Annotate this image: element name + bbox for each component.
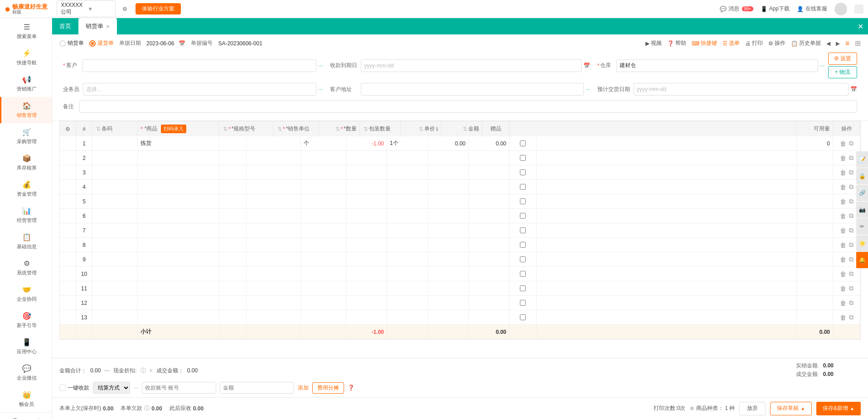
tab-close-icon[interactable]: × (106, 23, 110, 30)
warehouse-more-icon[interactable]: ··· (820, 63, 824, 69)
toolbar-video[interactable]: ▶ 视频 (645, 39, 662, 47)
delete-icon-8[interactable]: 🗑 (840, 241, 846, 249)
gift-checkbox-10[interactable] (520, 271, 526, 277)
copy-icon-6[interactable]: ⧉ (849, 212, 853, 220)
gift-checkbox-3[interactable] (520, 169, 526, 175)
gift-checkbox-5[interactable] (520, 198, 526, 204)
gift-checkbox-8[interactable] (520, 242, 526, 248)
td-row1-price[interactable]: 0.00 (428, 136, 469, 151)
toolbar-help[interactable]: ❓ 帮助 (667, 39, 686, 47)
online-service-button[interactable]: 👤 在线客服 (797, 5, 827, 13)
gift-checkbox-12[interactable] (520, 300, 526, 306)
delete-icon-9[interactable]: 🗑 (840, 256, 846, 263)
sidebar-item-inventory[interactable]: 📦 库存核算 (0, 149, 52, 176)
float-btn-lock[interactable]: 🔒 (856, 168, 868, 184)
sidebar-item-search[interactable]: ☰ 搜索菜单 (0, 18, 52, 44)
gift-checkbox-13[interactable] (520, 314, 526, 320)
view-list-icon[interactable]: ≡ (845, 39, 849, 48)
copy-icon-12[interactable]: ⧉ (849, 299, 853, 307)
view-grid-icon[interactable]: ⊞ (855, 39, 861, 48)
tab-sales-order[interactable]: 销货单 × (78, 18, 117, 34)
copy-icon-5[interactable]: ⧉ (849, 197, 853, 205)
setting-button[interactable]: ⚙ 设置 (828, 53, 857, 65)
copy-icon-7[interactable]: ⧉ (849, 226, 853, 234)
gift-checkbox-9[interactable] (520, 256, 526, 262)
td-row1-gift[interactable] (509, 136, 537, 151)
customer-input[interactable] (82, 59, 317, 72)
td-row1-spec[interactable] (247, 136, 301, 151)
sidebar-expand-icon[interactable]: ◁ (34, 416, 40, 419)
sidebar-item-quick[interactable]: ⚡ 快捷导航 (0, 44, 52, 71)
scan-button[interactable]: 扫码录入 (161, 125, 186, 133)
radio-sales[interactable]: 销货单 (59, 39, 84, 47)
save-new-button[interactable]: 保存&新增 ▲ (816, 402, 861, 415)
td-row1-amount[interactable]: 0.00 (469, 136, 509, 151)
copy-icon-8[interactable]: ⧉ (849, 241, 853, 249)
gift-checkbox-1[interactable] (520, 140, 526, 146)
nav-next-icon[interactable]: ▶ (836, 40, 840, 47)
copy-icon-1[interactable]: ⧉ (849, 140, 853, 147)
th-settings[interactable]: ⚙ (60, 121, 76, 137)
sidebar-item-member[interactable]: 👑 畅会员 (0, 386, 52, 412)
sidebar-item-marketing[interactable]: 📢 营销推广 (0, 71, 52, 97)
due-date-input[interactable]: yyyy-mm-dd (361, 59, 581, 72)
copy-icon-9[interactable]: ⧉ (849, 255, 853, 263)
debt-help-icon[interactable]: ⓘ (144, 405, 150, 412)
date-calendar-icon[interactable]: 📅 (179, 40, 185, 47)
td-row1-remark[interactable] (537, 136, 797, 151)
sidebar-item-finance[interactable]: 💰 资金管理 (0, 176, 52, 202)
radio-return[interactable]: 退货单 (89, 39, 114, 47)
calc-method-more-icon[interactable]: ··· (134, 385, 138, 391)
td-row1-qty[interactable]: -1.00 (346, 136, 387, 151)
abandon-button[interactable]: 放弃 (739, 402, 766, 415)
cash-discount-q-icon[interactable]: ⓘ (141, 367, 146, 375)
toolbar-print[interactable]: 🖨 打印 (745, 39, 763, 47)
copy-icon-10[interactable]: ⧉ (849, 270, 853, 278)
gift-checkbox-6[interactable] (520, 213, 526, 219)
copy-icon-3[interactable]: ⧉ (849, 169, 853, 176)
barcode-sort[interactable]: ⇅ (96, 126, 101, 132)
td-row1-unit[interactable]: 个 (301, 136, 346, 151)
save-draft-button[interactable]: 保存草稿 ▲ (770, 402, 812, 415)
fee-split-button[interactable]: 费用分摊 (312, 382, 344, 394)
warehouse-input[interactable]: 建材仓 (616, 59, 818, 72)
sidebar-item-purchase[interactable]: 🛒 采购管理 (0, 123, 52, 149)
company-selector[interactable]: XXXXXX公司 ▼ (57, 0, 116, 17)
delete-icon-13[interactable]: 🗑 (840, 314, 846, 321)
app-download-button[interactable]: 📱 App下载 (761, 5, 790, 13)
float-btn-star[interactable]: ⭐ (856, 235, 868, 251)
tab-home[interactable]: 首页 (52, 18, 78, 34)
add-button[interactable]: 添加 (298, 384, 309, 392)
delete-icon-7[interactable]: 🗑 (840, 227, 846, 234)
tab-bar-close-icon[interactable]: ✕ (858, 22, 868, 31)
sidebar-item-basic[interactable]: 📋 基础信息 (0, 228, 52, 255)
delete-icon-3[interactable]: 🗑 (840, 169, 846, 176)
gift-checkbox-11[interactable] (520, 285, 526, 291)
fee-help-icon[interactable]: ❓ (348, 385, 354, 391)
logistics-button[interactable]: + 物流 (828, 66, 857, 78)
toolbar-history[interactable]: 📋 历史单据 (791, 39, 821, 47)
customer-addr-input[interactable] (361, 83, 583, 96)
float-btn-note[interactable]: 📝 (856, 151, 868, 168)
onepay-checkbox[interactable]: 一键收款 (59, 384, 89, 392)
sidebar-item-collab[interactable]: 🤝 企业协同 (0, 281, 52, 307)
sidebar-item-management[interactable]: 📊 经营管理 (0, 202, 52, 228)
message-button[interactable]: 💬 消息 99+ (720, 5, 753, 13)
addr-more-icon[interactable]: ··· (586, 86, 590, 92)
trial-button[interactable]: 体验行业方案 (136, 3, 181, 14)
account-input[interactable] (142, 382, 216, 394)
float-btn-edit[interactable]: ✏ (856, 218, 868, 235)
copy-icon-2[interactable]: ⧉ (849, 154, 853, 162)
td-row1-pkg[interactable]: 1个 (387, 136, 428, 151)
price-info-icon[interactable]: ℹ (436, 126, 438, 132)
expected-date-input[interactable]: yyyy-mm-dd (634, 83, 849, 96)
copy-icon-4[interactable]: ⧉ (849, 183, 853, 191)
gift-checkbox-2[interactable] (520, 155, 526, 161)
float-btn-alert[interactable]: 🔔 (856, 252, 868, 268)
settings-icon[interactable]: ⚙ (118, 3, 131, 15)
delete-icon-4[interactable]: 🗑 (840, 183, 846, 191)
delete-icon-6[interactable]: 🗑 (840, 212, 846, 220)
note-input[interactable] (79, 100, 857, 113)
delete-icon-2[interactable]: 🗑 (840, 154, 846, 162)
delete-icon-5[interactable]: 🗑 (840, 198, 846, 205)
